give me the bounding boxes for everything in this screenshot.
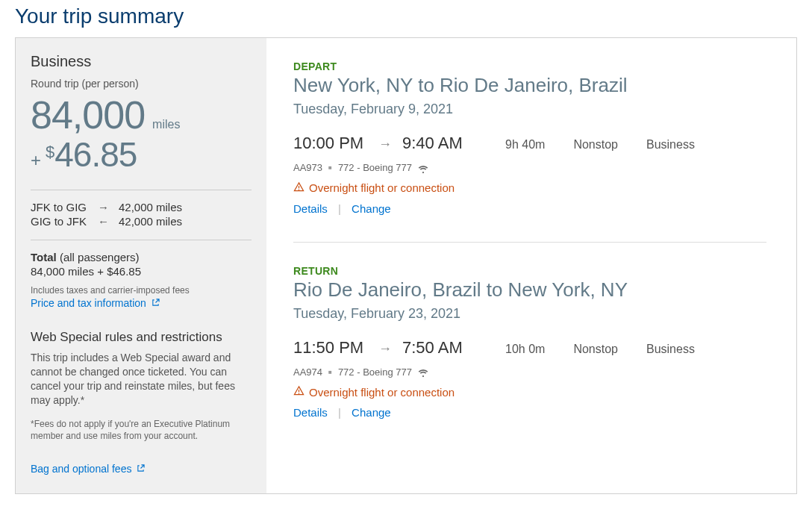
segment-actions: Details | Change: [293, 202, 766, 215]
arrive-time: 9:40 AM: [402, 134, 477, 153]
stops: Nonstop: [573, 138, 618, 152]
wifi-icon: [418, 162, 428, 174]
flight-number: AA973: [293, 162, 322, 173]
stops: Nonstop: [573, 343, 618, 356]
tax-note: Includes taxes and carrier-imposed fees: [31, 285, 252, 296]
external-link-icon: [152, 299, 160, 309]
details-link[interactable]: Details: [293, 202, 328, 215]
pipe-separator: |: [338, 406, 341, 419]
route-row: GIG to JFK ← 42,000 miles: [31, 215, 252, 228]
route-od: JFK to GIG: [31, 201, 98, 213]
miles-unit: miles: [152, 118, 180, 131]
trip-type-label: Round trip (per person): [31, 78, 252, 90]
segment-label: RETURN: [293, 265, 766, 277]
warning-icon: [293, 385, 304, 399]
web-special-body: This trip includes a Web Special award a…: [31, 351, 252, 408]
fare-sidebar: Business Round trip (per person) 84,000 …: [16, 38, 266, 493]
arrow-left-icon: ←: [98, 215, 119, 228]
flight-number: AA974: [293, 366, 322, 378]
divider: [31, 190, 252, 190]
web-special-footnote: *Fees do not apply if you're an Executiv…: [31, 418, 252, 442]
arrow-right-icon: →: [378, 341, 392, 357]
change-link[interactable]: Change: [352, 202, 391, 215]
segment-actions: Details | Change: [293, 406, 766, 419]
dollar-sign: $: [46, 143, 54, 162]
segment-meta: AA973 ■ 772 - Boeing 777: [293, 162, 766, 174]
cabin-label: Business: [31, 53, 252, 70]
plus-sign: +: [31, 150, 41, 171]
overnight-text: Overnight flight or connection: [309, 386, 455, 399]
segment-label: DEPART: [293, 60, 766, 72]
segment-route: Rio De Janeiro, Brazil to New York, NY: [293, 278, 766, 302]
flight-segment-return: RETURN Rio De Janeiro, Brazil to New Yor…: [293, 265, 766, 419]
itinerary-main: DEPART New York, NY to Rio De Janeiro, B…: [266, 38, 796, 493]
link-text: Bag and optional fees: [31, 463, 131, 475]
web-special-heading: Web Special rules and restrictions: [31, 330, 252, 345]
segment-divider: [293, 242, 766, 243]
page-title: Your trip summary: [15, 0, 797, 37]
details-link[interactable]: Details: [293, 406, 328, 419]
overnight-warning: Overnight flight or connection: [293, 181, 766, 195]
pipe-separator: |: [338, 202, 341, 215]
depart-time: 11:50 PM: [293, 338, 368, 358]
svg-point-1: [299, 393, 300, 395]
route-miles: 42,000 miles: [119, 201, 182, 213]
route-miles: 42,000 miles: [119, 215, 182, 228]
warning-icon: [293, 181, 304, 195]
segment-date: Tuesday, February 9, 2021: [293, 102, 766, 117]
price-tax-info-link[interactable]: Price and tax information: [31, 297, 160, 309]
cash-amount: 46.85: [54, 134, 137, 175]
route-od: GIG to JFK: [31, 215, 98, 228]
arrow-right-icon: →: [98, 201, 119, 213]
arrive-time: 7:50 AM: [402, 338, 477, 358]
total-label: Total: [31, 251, 57, 263]
divider: [31, 240, 252, 240]
miles-number: 84,000: [31, 93, 145, 137]
total-line: Total (all passengers): [31, 251, 252, 263]
flight-segment-depart: DEPART New York, NY to Rio De Janeiro, B…: [293, 60, 766, 215]
route-row: JFK to GIG → 42,000 miles: [31, 201, 252, 213]
external-link-icon: [137, 464, 145, 475]
aircraft-type: 772 - Boeing 777: [338, 366, 412, 378]
cabin: Business: [646, 138, 695, 152]
segment-times-row: 11:50 PM → 7:50 AM 10h 0m Nonstop Busine…: [293, 338, 766, 358]
change-link[interactable]: Change: [352, 406, 391, 419]
segment-meta: AA974 ■ 772 - Boeing 777: [293, 366, 766, 378]
total-sum: 84,000 miles + $46.85: [31, 265, 252, 278]
segment-times-row: 10:00 PM → 9:40 AM 9h 40m Nonstop Busine…: [293, 134, 766, 153]
overnight-warning: Overnight flight or connection: [293, 385, 766, 399]
cash-total: + $ 46.85: [31, 134, 252, 175]
bag-fees-link[interactable]: Bag and optional fees: [31, 463, 145, 475]
total-suffix: (all passengers): [60, 251, 140, 263]
separator-dot-icon: ■: [328, 369, 332, 375]
separator-dot-icon: ■: [328, 164, 332, 171]
svg-point-0: [299, 189, 300, 190]
route-breakdown: JFK to GIG → 42,000 miles GIG to JFK ← 4…: [31, 201, 252, 228]
segment-route: New York, NY to Rio De Janeiro, Brazil: [293, 74, 766, 97]
segment-date: Tuesday, February 23, 2021: [293, 306, 766, 322]
wifi-icon: [418, 366, 428, 378]
cabin: Business: [646, 343, 695, 356]
link-text: Price and tax information: [31, 297, 146, 309]
trip-summary-card: Business Round trip (per person) 84,000 …: [15, 37, 797, 494]
aircraft-type: 772 - Boeing 777: [338, 162, 412, 173]
depart-time: 10:00 PM: [293, 134, 368, 153]
arrow-right-icon: →: [378, 137, 392, 152]
miles-total: 84,000 miles: [31, 93, 252, 137]
duration: 9h 40m: [505, 138, 545, 152]
duration: 10h 0m: [505, 343, 545, 356]
overnight-text: Overnight flight or connection: [309, 181, 455, 194]
